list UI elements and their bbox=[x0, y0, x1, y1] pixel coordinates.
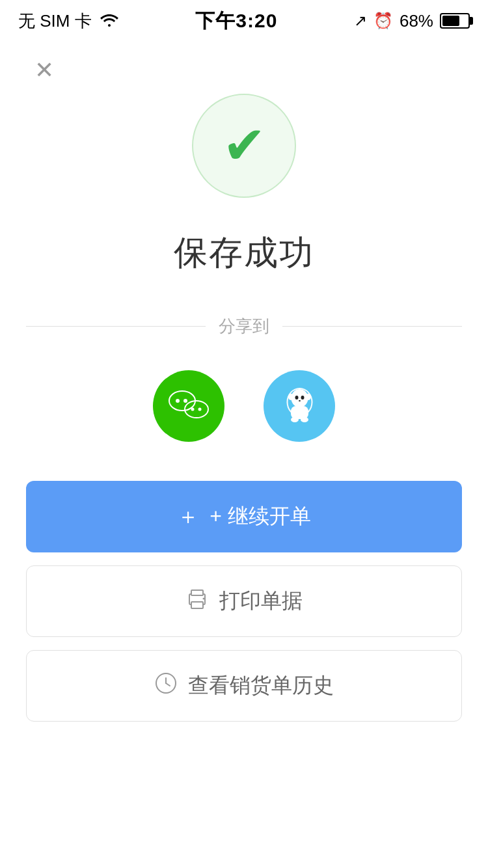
svg-point-11 bbox=[306, 394, 311, 400]
svg-point-4 bbox=[191, 408, 195, 411]
svg-rect-15 bbox=[291, 406, 308, 419]
svg-point-1 bbox=[176, 399, 180, 403]
status-bar: 无 SIM 卡 下午3:20 ↗ ⏰ 68% bbox=[0, 0, 488, 42]
svg-point-12 bbox=[295, 396, 298, 400]
success-title: 保存成功 bbox=[174, 230, 314, 276]
continue-order-button[interactable]: ＋ + 继续开单 bbox=[26, 481, 462, 552]
battery-pct: 68% bbox=[400, 11, 433, 31]
location-icon: ↗ bbox=[354, 12, 367, 30]
status-right: ↗ ⏰ 68% bbox=[354, 11, 470, 31]
divider-line-right bbox=[282, 326, 462, 327]
close-icon: ✕ bbox=[34, 59, 54, 82]
battery-fill bbox=[442, 16, 459, 26]
clock-icon bbox=[154, 671, 178, 700]
alarm-icon: ⏰ bbox=[373, 12, 393, 30]
print-icon bbox=[185, 588, 209, 615]
history-label: 查看销货单历史 bbox=[188, 671, 334, 700]
qq-share-button[interactable] bbox=[264, 370, 335, 442]
time-display: 下午3:20 bbox=[195, 8, 277, 34]
main-content: ✔ 保存成功 分享到 bbox=[0, 42, 488, 722]
print-label: 打印单据 bbox=[219, 587, 303, 616]
qq-icon bbox=[282, 384, 318, 428]
svg-rect-20 bbox=[191, 602, 203, 608]
check-icon: ✔ bbox=[223, 120, 266, 172]
print-button[interactable]: 打印单据 bbox=[26, 565, 462, 637]
plus-icon: ＋ bbox=[177, 502, 199, 532]
svg-point-21 bbox=[203, 598, 205, 600]
battery-bar bbox=[440, 13, 470, 29]
share-divider: 分享到 bbox=[26, 315, 462, 338]
status-left: 无 SIM 卡 bbox=[18, 10, 119, 33]
svg-point-9 bbox=[291, 389, 308, 407]
wechat-icon bbox=[166, 387, 211, 426]
svg-point-2 bbox=[183, 399, 187, 403]
wechat-share-button[interactable] bbox=[153, 370, 224, 442]
actions: ＋ + 继续开单 打印单据 查看销货单历史 bbox=[0, 481, 488, 722]
svg-point-10 bbox=[288, 394, 293, 400]
close-button[interactable]: ✕ bbox=[26, 52, 62, 88]
share-section: 分享到 bbox=[0, 315, 488, 442]
share-icons bbox=[26, 370, 462, 442]
svg-point-17 bbox=[301, 417, 308, 422]
carrier-text: 无 SIM 卡 bbox=[18, 10, 92, 33]
svg-point-5 bbox=[198, 408, 202, 411]
history-button[interactable]: 查看销货单历史 bbox=[26, 650, 462, 722]
share-label: 分享到 bbox=[219, 315, 269, 338]
continue-order-label: + 继续开单 bbox=[210, 502, 311, 531]
svg-point-16 bbox=[291, 417, 299, 422]
svg-point-13 bbox=[301, 396, 304, 400]
svg-point-0 bbox=[169, 391, 195, 411]
success-circle: ✔ bbox=[192, 94, 296, 198]
svg-point-14 bbox=[299, 400, 301, 401]
svg-rect-19 bbox=[191, 590, 203, 595]
wifi-icon bbox=[100, 11, 119, 31]
svg-line-24 bbox=[166, 683, 170, 686]
divider-line-left bbox=[26, 326, 206, 327]
